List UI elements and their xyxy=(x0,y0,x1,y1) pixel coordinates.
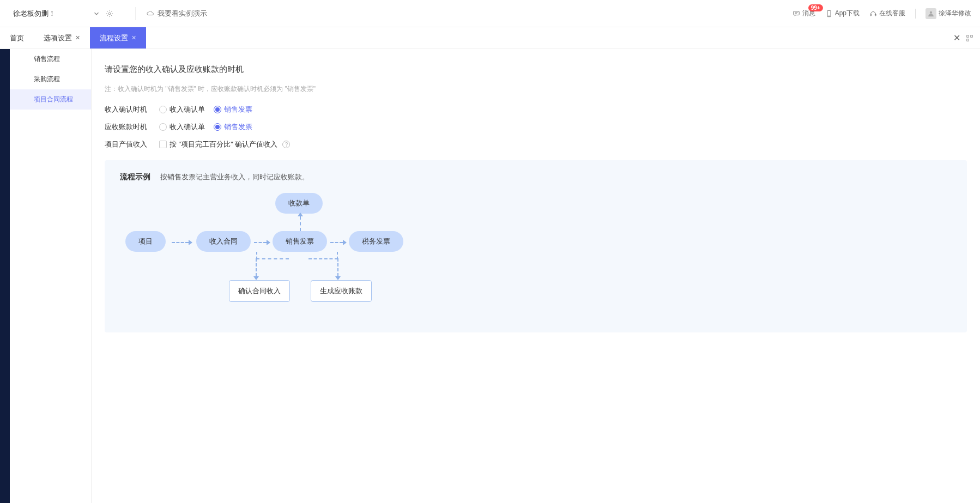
page-note: 注：收入确认时机为 "销售发票" 时，应收账款确认时机必须为 "销售发票" xyxy=(105,84,967,94)
tab-label: 流程设置 xyxy=(100,33,128,43)
company-select-icons xyxy=(93,10,113,17)
checkbox-icon xyxy=(159,141,167,148)
tabs-right-actions: ✕ xyxy=(953,33,980,43)
arrow-icon xyxy=(253,258,259,280)
demo-link[interactable]: 我要看实例演示 xyxy=(135,7,207,20)
flow-node-gen-receivable: 生成应收账款 xyxy=(311,280,372,302)
svg-point-0 xyxy=(108,13,111,15)
divider xyxy=(915,9,916,19)
flow-node-confirm-income: 确认合同收入 xyxy=(229,280,290,302)
flow-node-receipt: 收款单 xyxy=(275,193,323,214)
radio-group: 收入确认单 销售发票 xyxy=(159,105,252,114)
example-title: 流程示例 xyxy=(120,172,150,182)
field-label: 收入确认时机 xyxy=(105,105,159,114)
content: 请设置您的收入确认及应收账款的时机 注：收入确认时机为 "销售发票" 时，应收账… xyxy=(92,49,980,503)
flow-node-project: 项目 xyxy=(125,231,166,252)
arrow-icon xyxy=(254,240,270,245)
close-icon[interactable]: ✕ xyxy=(131,34,136,41)
flow-example-box: 流程示例 按销售发票记主营业务收入，同时记应收账款。 收款单 项目 收入合同 销… xyxy=(105,160,967,332)
sidenav-purchase[interactable]: 采购流程 xyxy=(10,69,91,89)
demo-link-text: 我要看实例演示 xyxy=(158,9,207,19)
arrow-elbow-icon xyxy=(308,252,338,259)
headset-icon xyxy=(869,10,877,17)
arrow-icon xyxy=(298,213,303,231)
flow-node-tax-invoice: 税务发票 xyxy=(349,231,403,252)
gear-icon[interactable] xyxy=(106,10,113,17)
close-icon[interactable]: ✕ xyxy=(75,34,80,41)
tab-process[interactable]: 流程设置 ✕ xyxy=(90,27,146,49)
tab-options[interactable]: 选项设置 ✕ xyxy=(34,27,90,49)
radio-income-confirm[interactable]: 收入确认单 xyxy=(159,105,205,114)
arrow-icon xyxy=(330,240,347,245)
receivable-timing-row: 应收账款时机 收入确认单 销售发票 xyxy=(105,122,967,132)
radio-icon xyxy=(159,106,167,113)
checkbox-group: 按 "项目完工百分比" 确认产值收入 ? xyxy=(159,140,290,149)
radio-icon xyxy=(214,106,221,113)
field-label: 应收账款时机 xyxy=(105,122,159,132)
side-nav: 销售流程 采购流程 项目合同流程 xyxy=(10,49,92,503)
app-download-link[interactable]: App下载 xyxy=(825,9,860,18)
svg-point-3 xyxy=(828,15,829,16)
example-desc: 按销售发票记主营业务收入，同时记应收账款。 xyxy=(160,172,309,182)
radio-icon xyxy=(214,123,221,131)
messages-badge: 99+ xyxy=(808,4,823,11)
flow-diagram: 收款单 项目 收入合同 销售发票 税务发票 确认合同收入 生成应收账款 xyxy=(120,193,952,313)
help-icon[interactable]: ? xyxy=(282,141,290,148)
messages-link[interactable]: 消息 99+ xyxy=(793,9,815,18)
svg-rect-1 xyxy=(793,11,799,15)
top-bar: 徐老板勿删！ 我要看实例演示 消息 99+ App下载 在线客服 徐泽华 xyxy=(0,0,980,27)
chat-icon xyxy=(793,10,800,17)
company-selector[interactable]: 徐老板勿删！ xyxy=(9,7,118,21)
checkbox-label: 按 "项目完工百分比" 确认产值收入 xyxy=(170,140,277,149)
svg-rect-9 xyxy=(967,39,969,41)
tab-label: 选项设置 xyxy=(44,33,72,43)
tab-label: 首页 xyxy=(10,33,24,43)
tab-home[interactable]: 首页 xyxy=(0,27,34,49)
flow-node-sales-invoice: 销售发票 xyxy=(273,231,327,252)
flow-node-income-contract: 收入合同 xyxy=(196,231,251,252)
customer-service-label: 在线客服 xyxy=(879,9,905,18)
chevron-down-icon[interactable] xyxy=(93,10,100,17)
radio-label: 销售发票 xyxy=(224,122,252,132)
radio-sales-invoice[interactable]: 销售发票 xyxy=(214,105,252,114)
svg-rect-7 xyxy=(967,35,969,37)
radio-group: 收入确认单 销售发票 xyxy=(159,122,252,132)
customer-service-link[interactable]: 在线客服 xyxy=(869,9,905,18)
top-bar-right: 消息 99+ App下载 在线客服 徐泽华修改 xyxy=(793,8,971,19)
svg-rect-4 xyxy=(870,14,872,15)
user-name: 徐泽华修改 xyxy=(939,9,971,18)
user-menu[interactable]: 徐泽华修改 xyxy=(925,8,971,19)
top-bar-left: 徐老板勿删！ 我要看实例演示 xyxy=(9,7,207,21)
avatar xyxy=(925,8,936,19)
svg-rect-8 xyxy=(971,35,973,37)
arrow-icon xyxy=(335,258,341,280)
sidenav-sales[interactable]: 销售流程 xyxy=(10,49,91,69)
company-name: 徐老板勿删！ xyxy=(13,9,56,19)
income-timing-row: 收入确认时机 收入确认单 销售发票 xyxy=(105,105,967,114)
svg-point-6 xyxy=(930,11,932,13)
more-icon[interactable] xyxy=(966,34,973,42)
left-rail[interactable] xyxy=(0,49,10,503)
phone-icon xyxy=(825,10,833,17)
project-value-row: 项目产值收入 按 "项目完工百分比" 确认产值收入 ? xyxy=(105,140,967,149)
radio-sales-invoice[interactable]: 销售发票 xyxy=(214,122,252,132)
tabs-bar: 首页 选项设置 ✕ 流程设置 ✕ ✕ xyxy=(0,27,980,49)
arrow-icon xyxy=(172,240,192,245)
main-area: 销售流程 采购流程 项目合同流程 请设置您的收入确认及应收账款的时机 注：收入确… xyxy=(0,49,980,503)
checkbox-option[interactable]: 按 "项目完工百分比" 确认产值收入 ? xyxy=(159,140,290,149)
close-all-icon[interactable]: ✕ xyxy=(953,33,960,43)
sidenav-project[interactable]: 项目合同流程 xyxy=(10,89,91,110)
app-download-label: App下载 xyxy=(835,9,860,18)
page-title: 请设置您的收入确认及应收账款的时机 xyxy=(105,64,967,75)
radio-label: 收入确认单 xyxy=(170,122,205,132)
radio-income-confirm[interactable]: 收入确认单 xyxy=(159,122,205,132)
example-header: 流程示例 按销售发票记主营业务收入，同时记应收账款。 xyxy=(120,172,952,182)
radio-label: 收入确认单 xyxy=(170,105,205,114)
field-label: 项目产值收入 xyxy=(105,140,159,149)
arrow-elbow-icon xyxy=(256,252,289,259)
radio-icon xyxy=(159,123,167,131)
radio-label: 销售发票 xyxy=(224,105,252,114)
cloud-icon xyxy=(147,10,154,17)
